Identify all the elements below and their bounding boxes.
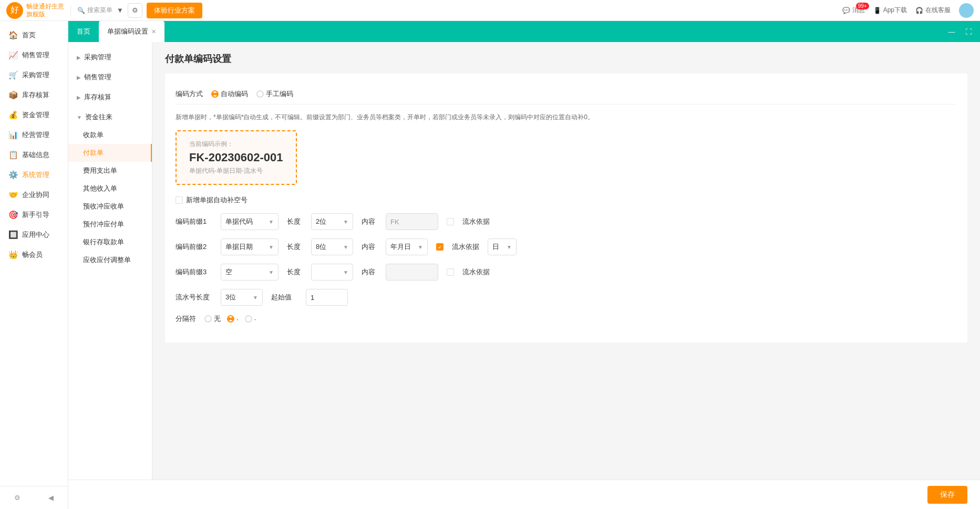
start-value-input[interactable]: 1 [306, 289, 348, 306]
preview-code: FK-20230602-001 [189, 151, 283, 164]
sub-menu-item-receipt[interactable]: 收款单 [68, 126, 152, 144]
chevron-down-icon: ▼ [269, 244, 274, 250]
chevron-right-icon: ▶ [77, 95, 81, 100]
prefix-3-select[interactable]: 空 ▼ [221, 264, 278, 281]
system-icon: ⚙️ [8, 170, 18, 180]
prefix-2-select[interactable]: 单据日期 ▼ [221, 238, 278, 255]
manual-code-radio-circle [256, 90, 264, 98]
chevron-down-icon: ▼ [418, 244, 423, 250]
guide-icon: 🎯 [8, 210, 18, 220]
tab-maximize-button[interactable]: ⛶ [961, 24, 976, 39]
service-icon: 🎧 [915, 7, 923, 14]
basic-icon: 📋 [8, 150, 18, 160]
sidebar-item-operations[interactable]: 📊 经营管理 [0, 125, 68, 145]
page-title: 付款单编码设置 [165, 53, 967, 65]
sub-menu: ▶ 采购管理 ▶ 销售管理 ▶ 库存核算 [68, 42, 152, 480]
chevron-down-icon: ▼ [343, 269, 348, 275]
chevron-down-icon: ▼ [343, 219, 348, 225]
prefix-row-2: 编码前缀2 单据日期 ▼ 长度 8位 ▼ 内容 年月日 [176, 238, 957, 255]
sub-menu-item-other-income[interactable]: 其他收入单 [68, 180, 152, 198]
length-3-label: 长度 [287, 267, 303, 277]
sidebar-item-basic[interactable]: 📋 基础信息 [0, 145, 68, 165]
flowing-3-checkbox[interactable] [447, 268, 454, 276]
sub-menu-group-capital-title[interactable]: ▼ 资金往来 [68, 108, 152, 126]
prefix-row-1: 编码前缀1 单据代码 ▼ 长度 2位 ▼ 内容 FK 流水依据 [176, 213, 957, 230]
app-center-icon: 🔲 [8, 230, 18, 240]
bottom-bar: 保存 [68, 480, 980, 509]
length-3-select[interactable]: ▼ [311, 264, 353, 281]
preview-box: 当前编码示例： FK-20230602-001 单据代码-单据日期-流水号 [176, 130, 297, 185]
day-2-select[interactable]: 日 ▼ [488, 238, 517, 255]
logo: 好 畅捷通好生意 旗舰版 [6, 2, 64, 19]
code-method-label: 编码方式 [176, 89, 203, 99]
sub-menu-item-prepay-payable[interactable]: 预付冲应付单 [68, 215, 152, 233]
flowing-1-checkbox[interactable] [447, 218, 454, 225]
separator-dot2-radio[interactable]: · [245, 315, 256, 323]
home-icon: 🏠 [8, 30, 18, 40]
chevron-down-icon: ▼ [253, 295, 258, 300]
separator-none-radio[interactable]: 无 [204, 314, 221, 324]
sub-menu-item-payment[interactable]: 付款单 [68, 144, 152, 162]
sidebar: 🏠 首页 📈 销售管理 🛒 采购管理 📦 库存核算 💰 资金管理 📊 经 [0, 21, 68, 509]
sub-menu-group-inventory-title[interactable]: ▶ 库存核算 [68, 88, 152, 106]
sub-menu-group-sales-title[interactable]: ▶ 销售管理 [68, 68, 152, 86]
enterprise-icon: 🤝 [8, 190, 18, 200]
sidebar-item-app-center[interactable]: 🔲 应用中心 [0, 225, 68, 245]
search-menu[interactable]: 🔍 搜索菜单 [77, 6, 112, 15]
tab-minimize-button[interactable]: — [944, 24, 959, 39]
user-avatar[interactable] [959, 3, 974, 18]
content-1-input: FK [386, 213, 438, 230]
inventory-icon: 📦 [8, 90, 18, 100]
sub-menu-group-purchase: ▶ 采购管理 [68, 48, 152, 66]
sidebar-item-purchase[interactable]: 🛒 采购管理 [0, 65, 68, 85]
experience-button[interactable]: 体验行业方案 [147, 3, 202, 18]
flowing-2-checkbox[interactable]: ✓ [436, 243, 443, 251]
save-button[interactable]: 保存 [927, 486, 967, 504]
tab-home[interactable]: 首页 [68, 21, 99, 42]
prefix-1-select[interactable]: 单据代码 ▼ [221, 213, 278, 230]
message-item[interactable]: 💬 消息 99+ [842, 6, 865, 15]
separator-label: 分隔符 [176, 314, 196, 324]
sub-menu-item-expense[interactable]: 费用支出单 [68, 162, 152, 180]
sales-icon: 📈 [8, 50, 18, 60]
auto-code-radio[interactable]: 自动编码 [211, 89, 248, 99]
topbar-dropdown[interactable]: ▼ [117, 6, 123, 14]
tab-document-code-settings[interactable]: 单据编码设置 ✕ [99, 21, 164, 42]
operations-icon: 📊 [8, 130, 18, 140]
serial-length-select[interactable]: 3位 ▼ [221, 289, 263, 306]
sidebar-item-inventory[interactable]: 📦 库存核算 [0, 85, 68, 105]
sub-menu-item-prepay-receivable[interactable]: 预收冲应收单 [68, 198, 152, 215]
sub-menu-item-bank-deposit[interactable]: 银行存取款单 [68, 233, 152, 251]
tab-close-icon[interactable]: ✕ [151, 28, 156, 35]
serial-row: 流水号长度 3位 ▼ 起始值 1 [176, 289, 957, 306]
sidebar-item-guide[interactable]: 🎯 新手引导 [0, 205, 68, 225]
auto-fill-checkbox[interactable] [176, 196, 183, 204]
sidebar-item-finance[interactable]: 💰 资金管理 [0, 105, 68, 125]
auto-code-radio-circle [211, 90, 219, 98]
app-download-item[interactable]: 📱 App下载 [873, 6, 907, 15]
main-layout: 🏠 首页 📈 销售管理 🛒 采购管理 📦 库存核算 💰 资金管理 📊 经 [0, 21, 980, 509]
sub-menu-group-purchase-title[interactable]: ▶ 采购管理 [68, 48, 152, 66]
separator-dot-radio[interactable]: · [227, 315, 239, 323]
length-2-select[interactable]: 8位 ▼ [311, 238, 353, 255]
sub-menu-item-adjust[interactable]: 应收应付调整单 [68, 251, 152, 269]
auto-fill-row: 新增单据自动补空号 [176, 195, 957, 205]
manual-code-radio[interactable]: 手工编码 [256, 89, 293, 99]
sidebar-item-system[interactable]: ⚙️ 系统管理 [0, 165, 68, 185]
app-icon: 📱 [873, 7, 881, 14]
content-area: ▶ 采购管理 ▶ 销售管理 ▶ 库存核算 [68, 42, 980, 480]
serial-length-label: 流水号长度 [176, 293, 212, 302]
sidebar-item-member[interactable]: 👑 畅会员 [0, 245, 68, 265]
sidebar-settings-button[interactable]: ⚙ [11, 491, 24, 505]
sidebar-item-sales[interactable]: 📈 销售管理 [0, 45, 68, 65]
online-service-item[interactable]: 🎧 在线客服 [915, 6, 951, 15]
sidebar-item-enterprise[interactable]: 🤝 企业协同 [0, 185, 68, 205]
sidebar-item-home[interactable]: 🏠 首页 [0, 25, 68, 45]
gear-button[interactable]: ⚙ [128, 3, 142, 18]
topbar-right: 💬 消息 99+ 📱 App下载 🎧 在线客服 [842, 3, 974, 18]
auto-fill-label: 新增单据自动补空号 [186, 195, 247, 205]
sidebar-collapse-button[interactable]: ◀ [45, 491, 57, 505]
content-3-label: 内容 [362, 267, 377, 277]
length-1-select[interactable]: 2位 ▼ [311, 213, 353, 230]
content-2-select[interactable]: 年月日 ▼ [386, 238, 428, 255]
